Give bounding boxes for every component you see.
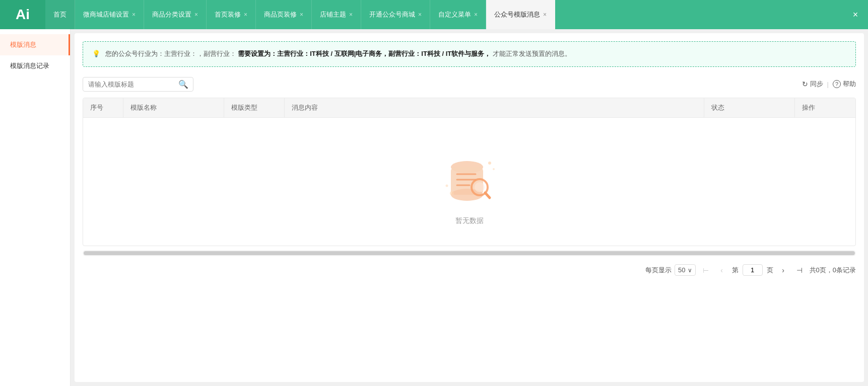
table: 序号模版名称模版类型消息内容状态操作 [83, 98, 856, 246]
help-label: 帮助 [843, 80, 856, 89]
nav-tab-8[interactable]: 公众号模版消息 × [486, 0, 555, 29]
tab-close-button-8[interactable]: × [543, 11, 547, 18]
nav-tab-5[interactable]: 店铺主题 × [312, 0, 361, 29]
nav-tab-3[interactable]: 首页装修 × [207, 0, 256, 29]
nav-tab-2[interactable]: 商品分类设置 × [144, 0, 207, 29]
last-page-button[interactable]: ⊣ [793, 264, 806, 276]
table-column-3: 消息内容 [285, 98, 704, 117]
search-input-wrap: 🔍 [83, 77, 193, 92]
table-column-0: 序号 [83, 98, 123, 117]
tab-close-button-1[interactable]: × [132, 11, 136, 18]
per-page-value: 50 [678, 266, 685, 274]
main-layout: 模版消息模版消息记录 💡 您的公众号行业为：主营行业：，副营行业： 需要设置为：… [0, 29, 868, 386]
notice-box: 💡 您的公众号行业为：主营行业：，副营行业： 需要设置为：主营行业：IT科技 /… [83, 41, 856, 67]
page-unit: 页 [767, 266, 773, 275]
search-left: 🔍 [83, 77, 193, 92]
nav-tab-6[interactable]: 开通公众号商城 × [361, 0, 430, 29]
empty-illustration [439, 148, 500, 208]
per-page-label: 每页显示 [645, 266, 672, 275]
logo-text: Ai [16, 7, 30, 23]
sync-button[interactable]: ↻ 同步 [802, 80, 823, 89]
pagination: 每页显示 50 ∨ ⊢ ‹ 第 页 › ⊣ 共0页，0条记录 [83, 260, 856, 280]
svg-point-11 [450, 191, 454, 195]
notice-prefix: 您的公众号行业为：主营行业：，副营行业： [105, 50, 236, 57]
sidebar: 模版消息模版消息记录 [0, 29, 71, 386]
table-column-5: 操作 [795, 98, 855, 117]
tab-close-button-2[interactable]: × [194, 11, 198, 18]
sidebar-item-0[interactable]: 模版消息 [0, 34, 70, 55]
svg-line-8 [485, 193, 490, 198]
logo: Ai [0, 0, 45, 29]
table-column-2: 模版类型 [224, 98, 285, 117]
notice-highlight: 需要设置为：主营行业：IT科技 / 互联网|电子商务，副营行业：IT科技 / I… [238, 50, 491, 57]
tab-close-button-3[interactable]: × [244, 11, 247, 18]
notice-icon: 💡 [92, 50, 100, 57]
scrollbar-thumb[interactable] [84, 251, 855, 255]
search-right: ↻ 同步 | ? 帮助 [802, 80, 856, 89]
sync-label: 同步 [810, 80, 823, 89]
close-all-button[interactable]: × [843, 10, 868, 20]
nav-tabs: 首页微商城店铺设置 ×商品分类设置 ×首页装修 ×商品页装修 ×店铺主题 ×开通… [45, 0, 843, 29]
page-total: 共0页，0条记录 [810, 266, 856, 275]
scrollbar-area[interactable] [83, 250, 856, 256]
next-page-button[interactable]: › [777, 264, 789, 276]
top-nav: Ai 首页微商城店铺设置 ×商品分类设置 ×首页装修 ×商品页装修 ×店铺主题 … [0, 0, 868, 29]
search-icon[interactable]: 🔍 [178, 80, 188, 89]
notice-suffix: 才能正常发送预置的消息。 [493, 50, 571, 57]
nav-tab-1[interactable]: 微商城店铺设置 × [75, 0, 144, 29]
divider: | [827, 81, 829, 88]
tab-close-button-4[interactable]: × [300, 11, 303, 18]
per-page-chevron-icon: ∨ [688, 267, 692, 274]
per-page-wrap: 每页显示 50 ∨ [645, 264, 695, 276]
help-icon: ? [833, 80, 841, 88]
table-header: 序号模版名称模版类型消息内容状态操作 [83, 98, 855, 118]
search-bar: 🔍 ↻ 同步 | ? 帮助 [83, 77, 856, 92]
page-input[interactable] [743, 264, 763, 276]
content-area: 💡 您的公众号行业为：主营行业：，副营行业： 需要设置为：主营行业：IT科技 /… [75, 33, 864, 382]
table-column-1: 模版名称 [123, 98, 224, 117]
table-column-4: 状态 [704, 98, 795, 117]
tab-close-button-6[interactable]: × [418, 11, 422, 18]
tab-close-button-5[interactable]: × [349, 11, 353, 18]
empty-text: 暂无数据 [455, 216, 484, 225]
sidebar-item-1[interactable]: 模版消息记录 [0, 55, 70, 76]
nav-tab-4[interactable]: 商品页装修 × [256, 0, 312, 29]
svg-point-10 [493, 168, 495, 170]
page-label: 第 [732, 266, 739, 275]
svg-point-7 [475, 182, 485, 192]
help-button[interactable]: ? 帮助 [833, 80, 856, 89]
prev-page-button[interactable]: ‹ [716, 264, 728, 276]
search-input[interactable] [83, 77, 193, 92]
svg-point-9 [488, 162, 491, 165]
nav-tab-0[interactable]: 首页 [45, 0, 75, 29]
nav-tab-7[interactable]: 自定义菜单 × [430, 0, 486, 29]
tab-close-button-7[interactable]: × [474, 11, 478, 18]
per-page-select[interactable]: 50 ∨ [675, 264, 695, 276]
svg-point-12 [445, 184, 448, 187]
sync-icon: ↻ [802, 80, 808, 88]
empty-state: 暂无数据 [83, 118, 855, 246]
first-page-button[interactable]: ⊢ [700, 264, 712, 276]
